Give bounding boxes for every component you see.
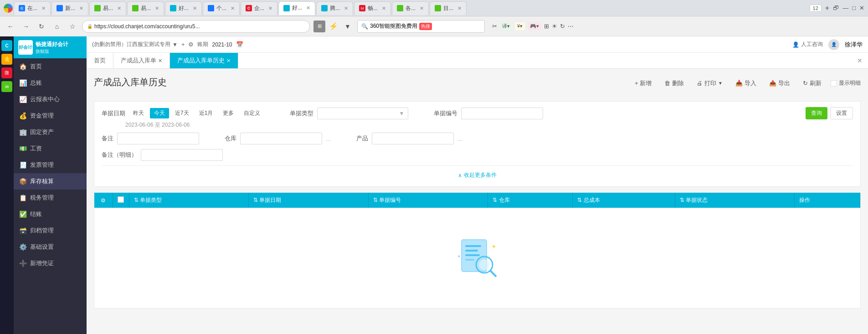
col-number[interactable]: ⇅ 单据编号 — [368, 193, 488, 208]
browser-tab-1[interactable]: 在 在... ✕ — [14, 1, 51, 15]
refresh-button[interactable]: ↻ — [36, 21, 47, 32]
tab-new-button[interactable]: + — [825, 4, 829, 12]
export-button[interactable]: 📤 导出 — [765, 77, 794, 89]
tab-close-11[interactable]: ✕ — [420, 5, 424, 11]
sync-icon[interactable]: ↻ — [560, 23, 565, 30]
tab-close-8[interactable]: ✕ — [306, 5, 310, 11]
date-btn-custom[interactable]: 自定义 — [240, 108, 264, 118]
bookmark-button[interactable]: ☆ — [67, 21, 78, 32]
page-tab-2[interactable]: 产成品入库单历史 ✕ — [170, 53, 238, 68]
col-type[interactable]: ⇅ 单据类型 — [129, 193, 249, 208]
browser-tab-8[interactable]: 好... ✕ — [278, 1, 315, 15]
add-company-button[interactable]: + — [181, 41, 185, 48]
date-btn-yesterday[interactable]: 昨天 — [129, 108, 148, 118]
col-settings[interactable]: ⚙ — [94, 193, 113, 208]
lightning-icon[interactable]: ⚡ — [329, 22, 338, 31]
sidebar-icon-chanjet[interactable]: C — [1, 40, 12, 51]
browser-tab-10[interactable]: M 畅... ✕ — [354, 1, 391, 15]
browser-tab-4[interactable]: 易... ✕ — [127, 1, 164, 15]
query-button[interactable]: 查询 — [806, 107, 827, 119]
currency-icon[interactable]: ¥▾ — [515, 22, 525, 30]
window-minimize-icon[interactable]: — — [842, 5, 848, 11]
col-warehouse[interactable]: ⇅ 仓库 — [488, 193, 573, 208]
warehouse-dots[interactable]: ... — [326, 135, 331, 142]
user-service-button[interactable]: 👤 人工咨询 — [792, 41, 823, 48]
date-btn-today[interactable]: 今天 — [150, 108, 169, 118]
col-status[interactable]: ⇅ 单据状态 — [675, 193, 795, 208]
extensions-icon[interactable]: ⊞ — [313, 21, 325, 32]
game-icon[interactable]: 🎮▾ — [528, 22, 541, 30]
dropdown-button[interactable]: ▼ — [342, 21, 354, 32]
delete-button[interactable]: 🗑 删除 — [661, 77, 688, 89]
show-detail-toggle[interactable]: 显示明细 — [831, 79, 861, 87]
more-icon[interactable]: ⋯ — [568, 23, 574, 30]
tab-close-7[interactable]: ✕ — [268, 5, 272, 11]
window-restore-icon[interactable]: 🗗 — [833, 5, 839, 11]
window-maximize-icon[interactable]: □ — [852, 5, 856, 11]
grid-icon[interactable]: ⊞ — [544, 23, 549, 30]
date-btn-1month[interactable]: 近1月 — [195, 108, 217, 118]
date-btn-more[interactable]: 更多 — [219, 108, 238, 118]
tab-close-1[interactable]: ✕ — [41, 5, 46, 11]
product-filter-input[interactable] — [372, 133, 454, 144]
forward-button[interactable]: → — [20, 21, 32, 32]
warehouse-filter-input[interactable] — [240, 133, 322, 144]
settings-button[interactable]: 设置 — [830, 107, 853, 119]
sidebar-item-newbill[interactable]: ➕ 新增凭证 — [14, 255, 87, 272]
tab-close-4[interactable]: ✕ — [155, 5, 159, 11]
page-tab-1-close[interactable]: ✕ — [158, 58, 162, 64]
col-date[interactable]: ⇅ 单据日期 — [249, 193, 369, 208]
translate-icon[interactable]: 译▾ — [500, 22, 512, 31]
product-dots[interactable]: ... — [457, 135, 462, 142]
sidebar-item-settle[interactable]: ✅ 结账 — [14, 206, 87, 222]
settings-gear-icon[interactable]: ⚙ — [188, 41, 194, 48]
browser-tab-5[interactable]: 好... ✕ — [165, 1, 202, 15]
sidebar-item-report[interactable]: 📈 云报表中心 — [14, 91, 87, 108]
import-button[interactable]: 📥 导入 — [732, 77, 760, 89]
sidebar-icon-star[interactable]: ⭐ — [1, 54, 12, 65]
tab-close-10[interactable]: ✕ — [382, 5, 386, 11]
sidebar-item-invoice[interactable]: 🧾 发票管理 — [14, 157, 87, 173]
search-box[interactable]: 🔍 360智能抠图免费用 热搜 — [357, 20, 485, 33]
sidebar-item-archive[interactable]: 🗃️ 归档管理 — [14, 222, 87, 239]
number-filter-input[interactable] — [461, 108, 543, 119]
window-close-icon[interactable]: ✕ — [859, 5, 864, 11]
tab-close-6[interactable]: ✕ — [231, 5, 235, 11]
page-tab-2-close[interactable]: ✕ — [226, 58, 231, 64]
sidebar-item-payroll[interactable]: 💵 工资 — [14, 140, 87, 157]
sidebar-item-inventory[interactable]: 📦 库存核算 — [14, 173, 87, 190]
collapse-button[interactable]: ∧ 收起更多条件 — [456, 170, 498, 181]
url-bar[interactable]: 🔒 https://cloud.chanjet.com/accounting/u… — [82, 20, 310, 33]
sidebar-item-fund[interactable]: 💰 资金管理 — [14, 108, 87, 124]
back-button[interactable]: ← — [5, 21, 16, 32]
date-btn-7days[interactable]: 近7天 — [171, 108, 193, 118]
sidebar-item-tax[interactable]: 📋 税务管理 — [14, 190, 87, 206]
calendar-icon[interactable]: 📅 — [236, 41, 243, 48]
close-panel-button[interactable]: ✕ — [852, 53, 868, 68]
user-name[interactable]: 徐泽华 — [845, 41, 863, 49]
sidebar-item-fixed[interactable]: 🏢 固定资产 — [14, 124, 87, 140]
sidebar-item-ledger[interactable]: 📊 总账 — [14, 75, 87, 91]
tab-close-5[interactable]: ✕ — [193, 5, 197, 11]
sidebar-item-basic[interactable]: ⚙️ 基础设置 — [14, 239, 87, 255]
company-selector[interactable]: (勿删勿禁用）江西服宝测试专用 ▼ — [92, 41, 178, 48]
breadcrumb-home[interactable]: 首页 — [87, 53, 113, 68]
scissors-icon[interactable]: ✂ — [492, 23, 497, 30]
user-avatar[interactable]: 👤 — [828, 39, 839, 50]
sidebar-item-home[interactable]: 🏠 首页 — [14, 58, 87, 75]
add-button[interactable]: + 新增 — [631, 77, 655, 89]
brightness-icon[interactable]: ☀ — [552, 23, 557, 30]
browser-tab-3[interactable]: 易... ✕ — [89, 1, 126, 15]
tab-close-2[interactable]: ✕ — [79, 5, 83, 11]
browser-tab-11[interactable]: 各... ✕ — [392, 1, 429, 15]
tab-close-9[interactable]: ✕ — [344, 5, 348, 11]
browser-tab-9[interactable]: 腾... ✕ — [316, 1, 353, 15]
sidebar-icon-mail[interactable]: ✉ — [1, 81, 12, 92]
type-filter-select[interactable]: ▼ — [317, 108, 408, 119]
print-button[interactable]: 🖨 打印 ▼ — [693, 77, 726, 89]
remark-filter-input[interactable] — [117, 133, 199, 144]
detail-remark-input[interactable] — [141, 149, 223, 161]
refresh-button[interactable]: ↻ 刷新 — [799, 77, 825, 89]
tab-close-12[interactable]: ✕ — [457, 5, 462, 11]
col-total-cost[interactable]: ⇅ 总成本 — [573, 193, 675, 208]
